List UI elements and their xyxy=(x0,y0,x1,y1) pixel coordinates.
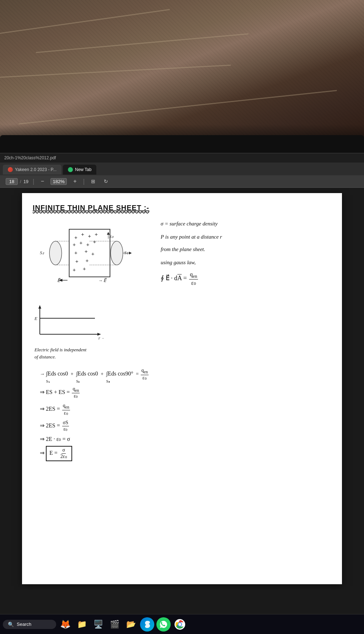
svg-text:+: + xyxy=(75,258,79,264)
math-notes: σ = surface charge density P is any poin… xyxy=(161,219,328,360)
eq-2es-qen: ⇒ 2ES = qen ε₀ xyxy=(40,403,328,416)
svg-point-19 xyxy=(49,241,61,265)
eq-es-plus-es: ⇒ ES + ES = qen ε₀ xyxy=(40,386,328,400)
note-sigma: σ = surface charge density xyxy=(161,219,328,229)
pdf-content-area: INFINITE THIN PLANE SHEET :- + + + + + +… xyxy=(0,188,364,590)
svg-point-16 xyxy=(111,241,123,265)
gauss-equation: ∮ E⃗ · dA = qen ε₀ xyxy=(161,271,328,286)
taskbar-screen-icon[interactable]: 🖥️ xyxy=(91,617,105,632)
taskbar-animal-icon[interactable]: 🦊 xyxy=(58,617,73,632)
svg-text:+: + xyxy=(86,257,89,263)
search-icon: 🔍 xyxy=(8,622,14,627)
svg-marker-27 xyxy=(129,252,132,255)
tab-new-tab[interactable]: New Tab xyxy=(63,165,96,175)
note-point: P is any point at a distance r xyxy=(161,232,328,242)
fit-page-button[interactable]: ⊞ xyxy=(89,178,97,185)
svg-text:+: + xyxy=(93,239,96,245)
zoom-control xyxy=(50,178,67,185)
diagram-container: + + + + + + + + + + + + + + + xyxy=(33,219,154,360)
tab-yakeen-label: Yakeen 2.0 2023 - P... xyxy=(15,167,57,172)
eq-final: ⇒ E = σ 2ε₀ xyxy=(40,446,328,461)
svg-point-42 xyxy=(178,623,181,626)
note-plane: from the plane sheet. xyxy=(161,245,328,254)
svg-text:+: + xyxy=(88,233,91,239)
eq-2es-sigma: ⇒ 2ES = σS ε₀ xyxy=(40,420,328,432)
zoom-out-button[interactable]: − xyxy=(39,177,46,185)
new-tab-favicon xyxy=(68,167,73,172)
svg-text:S₃: S₃ xyxy=(109,234,113,239)
svg-text:+: + xyxy=(91,251,95,257)
ef-graph: E r → xyxy=(33,302,104,345)
svg-text:+: + xyxy=(79,240,82,246)
svg-text:+: + xyxy=(74,250,77,256)
svg-text:+: + xyxy=(73,267,76,273)
svg-text:+: + xyxy=(81,231,84,237)
total-pages: 19 xyxy=(23,179,28,184)
current-page-input[interactable] xyxy=(6,178,18,185)
full-equations: → ∫Eds cos0 S₁ + ∫Eds cos0 S₂ + ∫Eds cos… xyxy=(33,367,328,461)
taskbar-chrome-icon[interactable] xyxy=(173,617,187,632)
taskbar-files-icon[interactable]: 📁 xyxy=(75,617,89,632)
page-title: INFINITE THIN PLANE SHEET :- xyxy=(33,204,328,212)
pdf-title: 20ch-1%20class%2012.pdf xyxy=(4,155,56,160)
svg-text:r →: r → xyxy=(98,336,104,341)
taskbar: 🔍 Search 🦊 📁 🖥️ 🎬 📂 xyxy=(0,614,364,634)
taskbar-search[interactable]: 🔍 Search xyxy=(3,620,56,629)
pdf-toolbar: / 19 | − + | ⊞ ↻ xyxy=(0,175,364,188)
svg-text:+: + xyxy=(74,234,77,240)
svg-text:S₂: S₂ xyxy=(40,250,44,255)
content-section: + + + + + + + + + + + + + + + xyxy=(33,219,328,360)
svg-text:+: + xyxy=(86,241,89,247)
toolbar-divider-1: | xyxy=(33,178,34,185)
svg-marker-24 xyxy=(107,232,110,235)
title-bar: 20ch-1%20class%2012.pdf xyxy=(0,153,364,163)
eq-integral: → ∫Eds cos0 S₁ + ∫Eds cos0 S₂ + ∫Eds cos… xyxy=(40,367,328,381)
pdf-page: INFINITE THIN PLANE SHEET :- + + + + + +… xyxy=(22,193,342,584)
svg-marker-37 xyxy=(97,333,101,336)
rotate-button[interactable]: ↻ xyxy=(102,178,110,185)
page-separator: / xyxy=(20,179,21,184)
taskbar-folder-icon[interactable]: 📂 xyxy=(124,617,138,632)
svg-text:E: E xyxy=(34,316,37,321)
search-label: Search xyxy=(17,622,31,627)
page-info: / 19 xyxy=(6,178,28,185)
zoom-input[interactable] xyxy=(50,178,67,185)
toolbar-divider-2: | xyxy=(83,178,85,185)
svg-text:→ E⃗: → E⃗ xyxy=(98,278,107,283)
top-background xyxy=(0,0,364,153)
eq-2e-eps: ⇒ 2E · ε₀ = σ xyxy=(40,436,328,442)
tab-new-tab-label: New Tab xyxy=(75,167,91,172)
browser-chrome: 20ch-1%20class%2012.pdf Yakeen 2.0 2023 … xyxy=(0,153,364,188)
zoom-in-button[interactable]: + xyxy=(71,177,79,185)
tab-bar: Yakeen 2.0 2023 - P... New Tab xyxy=(0,163,364,175)
svg-marker-36 xyxy=(38,305,41,309)
taskbar-edge-icon[interactable] xyxy=(140,617,154,632)
taskbar-whatsapp-icon[interactable] xyxy=(156,617,171,632)
yakeen-favicon xyxy=(8,167,13,172)
graph-caption: Electric field is independentof distance… xyxy=(33,346,154,360)
graph-area: E r → Electric field is independentof di… xyxy=(33,302,154,360)
infinite-sheet-diagram: + + + + + + + + + + + + + + + xyxy=(33,219,146,297)
svg-text:+: + xyxy=(73,241,76,247)
svg-text:+: + xyxy=(83,266,86,272)
tab-yakeen[interactable]: Yakeen 2.0 2023 - P... xyxy=(3,165,61,175)
taskbar-media-icon[interactable]: 🎬 xyxy=(107,617,122,632)
svg-text:+: + xyxy=(95,231,98,237)
note-gauss: using gauss law, xyxy=(161,258,328,267)
svg-text:+: + xyxy=(85,248,88,254)
